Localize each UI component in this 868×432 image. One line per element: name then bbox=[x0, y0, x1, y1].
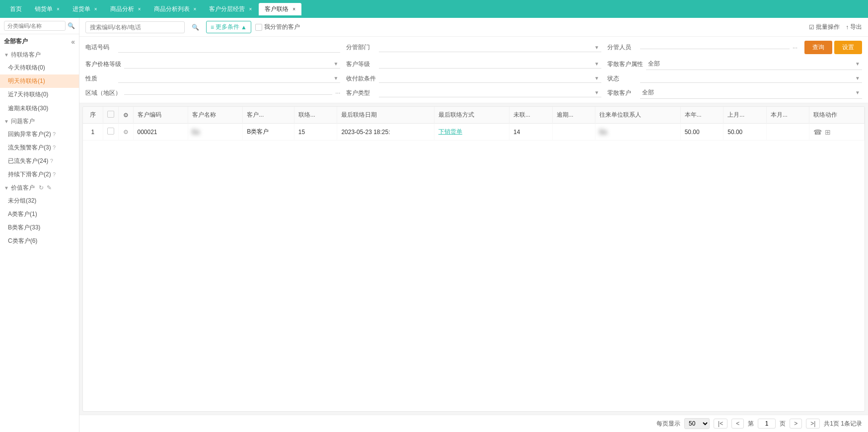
filter-person: 分管人员 ··· 查询 设置 bbox=[607, 41, 862, 54]
phone-input[interactable] bbox=[118, 42, 340, 53]
search-input[interactable] bbox=[85, 21, 185, 33]
more-conditions-btn[interactable]: ≡ 更多条件 ▲ bbox=[206, 21, 251, 33]
row-checkbox[interactable] bbox=[107, 128, 114, 135]
sidebar: 🔍 全部客户 « ▼ 待联络客户 今天待联络(0) 明天待联络(1) 近7天待联… bbox=[0, 18, 79, 432]
chevron-down-icon-6: ▼ bbox=[594, 75, 599, 81]
query-button[interactable]: 查询 bbox=[804, 41, 832, 54]
sidebar-group-value: ▼ 价值客户 ↻ ✎ bbox=[0, 182, 79, 194]
col-header-this-year[interactable]: 本年... bbox=[680, 107, 723, 124]
sidebar-item-churned[interactable]: 已流失客户(24) ? bbox=[0, 154, 79, 168]
sidebar-item-typeA[interactable]: A类客户(1) bbox=[0, 208, 79, 221]
sidebar-item-week[interactable]: 近7天待联络(0) bbox=[0, 88, 79, 101]
nav-close-analysis[interactable]: × bbox=[138, 6, 141, 12]
sidebar-item-today[interactable]: 今天待联络(0) bbox=[0, 61, 79, 74]
top-nav: 首页 销货单 × 进货单 × 商品分析 × 商品分析列表 × 客户分层经营 × … bbox=[0, 0, 868, 18]
prev-page-btn[interactable]: < bbox=[731, 419, 744, 429]
page-label: 第 bbox=[748, 420, 754, 428]
nav-close-sales[interactable]: × bbox=[57, 6, 60, 12]
payment-select[interactable]: ▼ bbox=[379, 74, 601, 83]
col-header-gear[interactable]: ⚙ bbox=[118, 107, 133, 124]
edit-icon[interactable]: ✎ bbox=[47, 184, 52, 191]
nav-item-analysis[interactable]: 商品分析 × bbox=[104, 3, 147, 15]
collapse-icon[interactable]: « bbox=[71, 38, 75, 46]
set-button[interactable]: 设置 bbox=[834, 41, 862, 54]
col-header-unit-contact[interactable]: 往来单位联系人 bbox=[595, 107, 680, 124]
action-icons: ☎ ⊞ bbox=[813, 128, 860, 136]
sidebar-group-problem: ▼ 问题客户 bbox=[0, 115, 79, 128]
nav-item-analysis-list[interactable]: 商品分析列表 × bbox=[148, 3, 203, 15]
nav-item-purchase[interactable]: 进货单 × bbox=[67, 3, 103, 15]
toolbar: 🔍 ≡ 更多条件 ▲ 我分管的客户 ☑ 批量操作 ↑ 导出 bbox=[79, 18, 868, 37]
next-page-btn[interactable]: > bbox=[790, 419, 802, 429]
filter-icon: ≡ bbox=[211, 24, 214, 31]
chevron-down-icon: ▼ bbox=[594, 45, 599, 50]
col-header-code[interactable]: 客户编码 bbox=[133, 107, 188, 124]
cell-gear[interactable]: ⚙ bbox=[118, 124, 133, 141]
col-header-last-method[interactable]: 最后联络方式 bbox=[434, 107, 509, 124]
person-more-btn[interactable]: ··· bbox=[793, 44, 797, 51]
col-header-overdue[interactable]: 逾期... bbox=[552, 107, 595, 124]
sidebar-item-typeC[interactable]: C类客户(6) bbox=[0, 234, 79, 248]
col-header-check[interactable] bbox=[103, 107, 118, 124]
chevron-down-icon-8: ▼ bbox=[594, 90, 599, 95]
col-header-name[interactable]: 客户名称 bbox=[188, 107, 242, 124]
first-page-btn[interactable]: |< bbox=[714, 419, 727, 429]
sidebar-item-ungrouped[interactable]: 未分组(32) bbox=[0, 194, 79, 208]
page-size-select[interactable]: 50 10 20 100 bbox=[684, 418, 710, 429]
chevron-down-icon-2: ▼ bbox=[333, 61, 338, 67]
nav-close-purchase[interactable]: × bbox=[94, 6, 97, 12]
customer-level-select[interactable]: ▼ bbox=[379, 60, 601, 69]
status-select[interactable]: ▼ bbox=[640, 74, 862, 83]
col-header-type[interactable]: 客户... bbox=[243, 107, 294, 124]
sidebar-item-repurchase[interactable]: 回购异常客户(2) ? bbox=[0, 128, 79, 141]
retail-customer-select[interactable]: 全部 ▼ bbox=[640, 87, 862, 99]
gender-select[interactable]: ▼ bbox=[118, 74, 340, 83]
checkbox-icon: ☑ bbox=[809, 24, 814, 31]
export-icon: ↑ bbox=[846, 24, 849, 31]
action-icon-1[interactable]: ☎ bbox=[813, 128, 822, 136]
search-button[interactable]: 🔍 bbox=[189, 23, 202, 32]
my-customers-toggle[interactable]: 我分管的客户 bbox=[255, 23, 300, 31]
filter-retail-attr: 零散客户属性 全部 ▼ bbox=[607, 58, 862, 70]
cell-check[interactable] bbox=[103, 124, 118, 141]
page-input[interactable] bbox=[758, 419, 776, 429]
bulk-action-btn[interactable]: ☑ 批量操作 bbox=[809, 23, 840, 31]
sidebar-item-tomorrow[interactable]: 明天待联络(1) bbox=[0, 74, 79, 88]
nav-item-customer-contact[interactable]: 客户联络 × bbox=[259, 3, 301, 15]
price-level-select[interactable]: ▼ bbox=[124, 60, 340, 69]
nav-item-home[interactable]: 首页 bbox=[4, 3, 28, 15]
my-customers-checkbox[interactable] bbox=[255, 24, 262, 31]
sidebar-all-customers[interactable]: 全部客户 « bbox=[0, 34, 79, 49]
triangle-icon-3: ▼ bbox=[4, 185, 9, 191]
nav-close-customer-tier[interactable]: × bbox=[249, 6, 252, 12]
sidebar-item-churn-warn[interactable]: 流失预警客户(3) ? bbox=[0, 141, 79, 154]
last-page-btn[interactable]: >| bbox=[806, 419, 820, 429]
sidebar-item-typeB[interactable]: B类客户(33) bbox=[0, 221, 79, 234]
sidebar-search-btn[interactable]: 🔍 bbox=[68, 22, 75, 29]
nav-close-customer-contact[interactable]: × bbox=[292, 6, 295, 12]
sidebar-item-overdue[interactable]: 逾期未联络(30) bbox=[0, 102, 79, 115]
cell-last-method[interactable]: 下销货单 bbox=[434, 124, 509, 141]
col-header-last-month[interactable]: 上月... bbox=[723, 107, 767, 124]
triangle-icon-2: ▼ bbox=[4, 119, 9, 124]
dept-select[interactable]: ▼ bbox=[379, 43, 601, 52]
col-header-this-month[interactable]: 本月... bbox=[766, 107, 809, 124]
customer-type-select[interactable]: ▼ bbox=[379, 88, 601, 97]
action-icon-2[interactable]: ⊞ bbox=[825, 128, 831, 136]
col-header-not-contacted[interactable]: 未联... bbox=[509, 107, 552, 124]
export-btn[interactable]: ↑ 导出 bbox=[846, 23, 862, 31]
col-header-contact-count[interactable]: 联络... bbox=[294, 107, 337, 124]
sidebar-item-declining[interactable]: 持续下滑客户(2) ? bbox=[0, 168, 79, 181]
col-header-action: 联络动作 bbox=[809, 107, 865, 124]
retail-attr-select[interactable]: 全部 ▼ bbox=[646, 58, 862, 70]
filter-phone: 电话号码 bbox=[85, 42, 340, 53]
nav-close-analysis-list[interactable]: × bbox=[194, 6, 197, 12]
cell-overdue bbox=[552, 124, 595, 141]
select-all-checkbox[interactable] bbox=[107, 111, 114, 118]
region-more-btn[interactable]: ··· bbox=[335, 89, 340, 96]
refresh-icon[interactable]: ↻ bbox=[39, 184, 44, 191]
nav-item-customer-tier[interactable]: 客户分层经营 × bbox=[203, 3, 258, 15]
col-header-last-date[interactable]: 最后联络日期 bbox=[337, 107, 434, 124]
nav-item-sales[interactable]: 销货单 × bbox=[29, 3, 66, 15]
sidebar-search-input[interactable] bbox=[4, 21, 66, 31]
